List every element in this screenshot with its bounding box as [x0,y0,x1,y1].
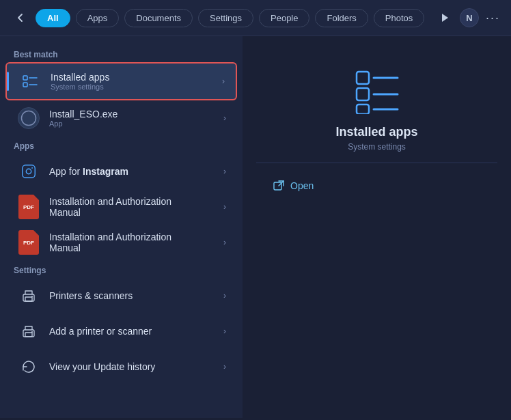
add-printer-result[interactable]: Add a printer or scanner › [5,313,237,349]
pdf-icon-1: PDF [16,195,41,219]
open-button[interactable]: Open [262,174,324,197]
svg-rect-9 [25,297,32,301]
add-printer-icon [16,319,41,344]
printers-chevron: › [223,291,226,300]
tab-people[interactable]: People [259,9,309,27]
tab-folders[interactable]: Folders [315,9,368,27]
main-layout: Best match Installed apps System setting… [0,36,511,418]
instagram-label: Instagram [83,166,128,177]
update-history-result[interactable]: View your Update history › [5,349,237,384]
svg-point-10 [31,296,33,297]
update-history-text: View your Update history [49,361,218,372]
play-icon [437,10,453,26]
detail-divider [256,163,497,163]
installed-apps-icon [18,69,42,94]
svg-rect-1 [23,83,27,87]
install-label-2: Installation and Authorization [49,232,171,242]
printers-title: Printers & scanners [49,290,218,301]
pdf-icon-2: PDF [16,230,41,255]
more-options-button[interactable]: ··· [486,11,500,25]
nav-right-actions: N ··· [437,8,500,27]
app-for-label: App for [49,166,83,177]
settings-section-label: Settings [0,260,243,278]
update-history-chevron: › [223,362,226,372]
install-label-1: Installation and Authorization [49,196,171,207]
detail-installed-apps-icon [353,66,401,114]
svg-point-4 [22,111,36,126]
printer-icon [16,283,41,308]
svg-point-6 [26,169,31,173]
install-eso-icon [16,106,41,130]
svg-rect-18 [357,104,369,114]
auth-manual-2-text: Installation and Authorization Manual [49,232,218,253]
printers-text: Printers & scanners [49,290,218,301]
detail-title: Installed apps [335,125,417,139]
instagram-icon [16,159,41,184]
tab-documents[interactable]: Documents [124,9,193,27]
tab-photos[interactable]: Photos [374,9,424,27]
svg-rect-14 [357,72,369,84]
update-history-title: View your Update history [49,361,218,372]
install-eso-chevron: › [223,113,226,123]
apps-section-label: Apps [0,136,243,154]
svg-rect-20 [274,182,281,190]
detail-subtitle: System settings [348,142,406,152]
instagram-app-title: App for Instagram [49,166,218,177]
install-eso-text: Install_ESO.exe App [49,109,218,128]
auth-manual-2-title: Installation and Authorization Manual [49,232,218,253]
add-printer-text: Add a printer or scanner [49,326,218,337]
install-eso-result[interactable]: Install_ESO.exe App › [5,100,237,136]
detail-icon-area [353,66,401,114]
svg-point-13 [31,331,33,333]
nav-bar: All Apps Documents Settings People Folde… [0,0,511,36]
installed-apps-subtitle: System settings [51,83,217,91]
auth-manual-2-result[interactable]: PDF Installation and Authorization Manua… [5,225,237,260]
tab-apps[interactable]: Apps [76,9,120,27]
install-eso-subtitle: App [49,120,218,128]
auth-manual-1-text: Installation and Authorization Manual [49,196,218,218]
auth-manual-1-chevron: › [223,202,226,212]
svg-point-7 [31,167,33,169]
best-match-label: Best match [0,44,243,62]
instagram-chevron: › [223,167,226,176]
tab-all[interactable]: All [36,9,70,27]
manual-label-2: Manual [49,242,81,253]
manual-label-1: Manual [49,207,81,218]
tab-settings[interactable]: Settings [198,9,253,27]
auth-manual-2-chevron: › [223,238,226,247]
svg-rect-0 [23,76,27,80]
install-eso-title: Install_ESO.exe [49,109,218,120]
svg-rect-5 [23,165,35,178]
installed-apps-result[interactable]: Installed apps System settings › [5,62,237,100]
update-icon [16,354,41,379]
svg-rect-16 [357,88,369,100]
instagram-app-text: App for Instagram [49,166,218,177]
left-panel: Best match Installed apps System setting… [0,36,243,418]
installed-apps-chevron: › [222,76,225,86]
add-printer-chevron: › [223,326,226,336]
svg-rect-12 [25,333,32,337]
back-button[interactable] [11,8,30,27]
open-icon [273,180,285,192]
installed-apps-title: Installed apps [51,72,217,83]
auth-manual-1-title: Installation and Authorization Manual [49,196,218,218]
avatar: N [460,8,479,27]
add-printer-title: Add a printer or scanner [49,326,218,337]
instagram-app-result[interactable]: App for Instagram › [5,154,237,189]
printers-result[interactable]: Printers & scanners › [5,278,237,313]
installed-apps-text: Installed apps System settings [51,72,217,91]
open-label: Open [290,180,314,191]
auth-manual-1-result[interactable]: PDF Installation and Authorization Manua… [5,189,237,225]
right-panel: Installed apps System settings Open [243,36,511,418]
